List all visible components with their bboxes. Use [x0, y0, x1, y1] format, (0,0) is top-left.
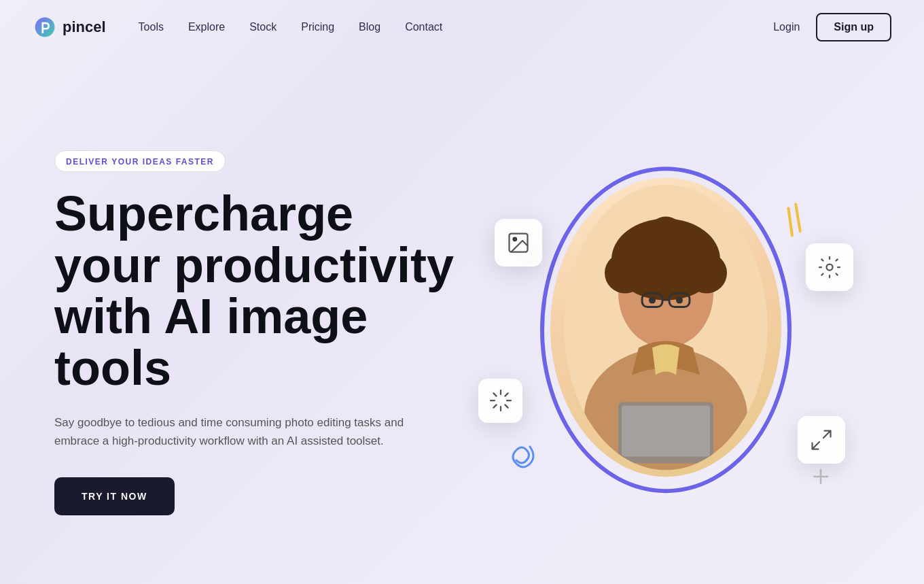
float-card-expand: [798, 416, 845, 464]
svg-point-19: [514, 237, 517, 241]
float-card-loader: [478, 379, 522, 423]
nav-explore[interactable]: Explore: [188, 21, 225, 33]
float-card-settings: [806, 243, 853, 291]
nav-links: Tools Explore Stock Pricing Blog Contact: [139, 21, 774, 33]
deco-cross: [813, 468, 829, 488]
deco-swirl: [503, 440, 537, 480]
image-icon: [506, 230, 531, 255]
float-card-image: [495, 219, 542, 267]
logo-text: pincel: [63, 18, 106, 36]
svg-line-22: [793, 204, 802, 231]
hero-title: Supercharge your productivity with AI im…: [54, 188, 462, 394]
tagline-text: DELIVER YOUR IDEAS FASTER: [66, 157, 214, 167]
nav-tools[interactable]: Tools: [139, 21, 164, 33]
hero-section: DELIVER YOUR IDEAS FASTER Supercharge yo…: [0, 54, 924, 584]
nav-pricing[interactable]: Pricing: [301, 21, 334, 33]
svg-line-21: [785, 208, 796, 235]
logo-link[interactable]: pincel: [33, 15, 106, 39]
expand-icon: [809, 428, 834, 452]
tagline-badge: DELIVER YOUR IDEAS FASTER: [54, 150, 226, 172]
hero-description: Say goodbye to tedious and time consumin…: [54, 413, 408, 450]
nav-stock[interactable]: Stock: [249, 21, 277, 33]
login-button[interactable]: Login: [773, 21, 800, 33]
loader-icon: [488, 388, 513, 413]
signup-button[interactable]: Sign up: [816, 13, 891, 41]
hero-content: DELIVER YOUR IDEAS FASTER Supercharge yo…: [54, 150, 462, 515]
hero-illustration: [462, 129, 870, 537]
oval-ring: [540, 167, 792, 493]
logo-icon: [33, 15, 57, 39]
nav-actions: Login Sign up: [773, 13, 891, 41]
navbar: pincel Tools Explore Stock Pricing Blog …: [0, 0, 924, 54]
svg-point-20: [827, 264, 833, 270]
nav-blog[interactable]: Blog: [359, 21, 380, 33]
nav-contact[interactable]: Contact: [405, 21, 442, 33]
cta-button[interactable]: TRY IT NOW: [54, 477, 175, 515]
deco-lines-top: [781, 199, 817, 243]
settings-icon: [817, 255, 842, 279]
